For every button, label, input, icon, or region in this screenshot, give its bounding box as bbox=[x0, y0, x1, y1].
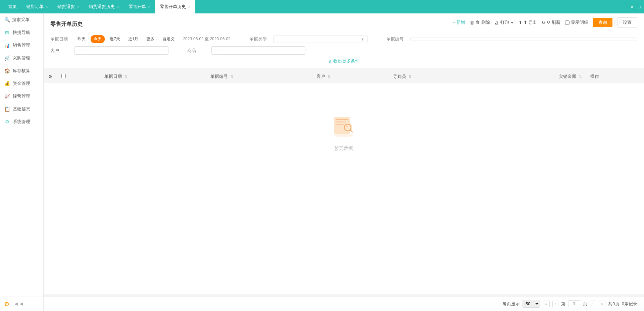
sort-number-icon[interactable]: ⇅ bbox=[230, 74, 233, 79]
table-settings-icon[interactable]: ⚙ bbox=[48, 74, 52, 79]
empty-state-row: 暂无数据 bbox=[44, 83, 644, 179]
col-date[interactable]: 单据日期 ⇅ bbox=[100, 70, 206, 83]
goods-filter-input[interactable]: ··· bbox=[211, 46, 305, 55]
svg-rect-2 bbox=[336, 119, 348, 120]
col-customer-label: 客户 bbox=[316, 74, 325, 79]
show-detail-label: 显示明细 bbox=[571, 19, 588, 25]
sidebar-item-finance[interactable]: 💰 资金管理 bbox=[0, 77, 43, 90]
col-settings[interactable]: ⚙ bbox=[44, 70, 57, 83]
page-input[interactable] bbox=[568, 300, 580, 307]
tab-sales-return[interactable]: 销货退货 × bbox=[53, 0, 84, 13]
type-filter-label: 单据类型 bbox=[249, 36, 268, 42]
sidebar-item-label: 库存核算 bbox=[13, 68, 30, 74]
show-detail-checkbox[interactable]: 显示明细 bbox=[565, 19, 588, 25]
col-action-label: 操作 bbox=[590, 74, 599, 79]
system-icon: ⚙ bbox=[4, 119, 10, 125]
customer-input-dots: ··· bbox=[78, 48, 83, 53]
col-amount[interactable]: 实销金额 ⇅ bbox=[480, 70, 586, 83]
print-icon: 🖨 bbox=[495, 20, 499, 25]
tab-sales-return-history[interactable]: 销货退货历史 × bbox=[84, 0, 124, 13]
sidebar-item-system[interactable]: ⚙ 系统管理 bbox=[0, 115, 43, 128]
delete-button[interactable]: 🗑 🗑 删除 bbox=[470, 19, 490, 25]
sort-salesperson-icon[interactable]: ⇅ bbox=[408, 74, 411, 79]
col-date-label: 单据日期 bbox=[104, 74, 122, 79]
date-btn-yesterday[interactable]: 昨天 bbox=[75, 35, 89, 43]
settings-button[interactable]: 设置 bbox=[617, 17, 637, 28]
tab-retail-history[interactable]: 零售开单历史 × bbox=[155, 0, 195, 13]
sidebar-item-label: 采购管理 bbox=[13, 55, 30, 61]
svg-rect-4 bbox=[336, 124, 344, 125]
sidebar-item-operations[interactable]: 📈 经营管理 bbox=[0, 90, 43, 103]
sort-amount-icon[interactable]: ⇅ bbox=[579, 74, 582, 79]
tab-home-label: 首页 bbox=[8, 4, 17, 10]
col-number[interactable]: 单据编号 ⇅ bbox=[206, 70, 312, 83]
sort-customer-icon[interactable]: ⇅ bbox=[328, 74, 331, 79]
sidebar-settings-icon[interactable]: ⚙ bbox=[4, 300, 9, 308]
tab-sales-order-label: 销售订单 bbox=[26, 4, 44, 10]
refresh-button[interactable]: ↻ ↻ 刷新 bbox=[542, 19, 560, 25]
export-button[interactable]: ⬆ ⬆ 导出 bbox=[518, 19, 537, 25]
date-btn-7days[interactable]: 近7天 bbox=[107, 35, 123, 43]
print-button[interactable]: 🖨 打印 ▼ bbox=[495, 19, 514, 25]
collapse-button[interactable]: ∧ 收起更多条件 bbox=[329, 58, 359, 64]
col-salesperson[interactable]: 导购员 ⇅ bbox=[389, 70, 480, 83]
customer-filter-input[interactable]: ··· bbox=[75, 46, 168, 55]
toolbar: + 新增 🗑 🗑 删除 🖨 打印 ▼ ⬆ ⬆ 导出 ↻ ↻ 刷新 bbox=[453, 17, 637, 31]
customer-filter-label: 客户 bbox=[50, 48, 69, 54]
sidebar-search[interactable]: 🔍 搜索采单 bbox=[0, 13, 43, 26]
first-page-button[interactable]: « bbox=[543, 301, 550, 307]
add-button[interactable]: + 新增 bbox=[453, 19, 465, 25]
tab-home[interactable]: 首页 bbox=[3, 0, 21, 13]
sidebar-item-sales-mgmt[interactable]: 📊 销售管理 bbox=[0, 39, 43, 52]
sales-mgmt-icon: 📊 bbox=[4, 42, 10, 48]
close-icon[interactable]: × bbox=[77, 4, 79, 9]
refresh-icon: ↻ bbox=[542, 20, 545, 25]
page-label: 第 bbox=[561, 301, 565, 307]
sidebar-item-inventory[interactable]: 🏠 库存核算 bbox=[0, 64, 43, 77]
type-filter-select[interactable]: ▼ bbox=[274, 36, 367, 43]
sidebar-item-quick-nav[interactable]: ⊞ 快捷导航 bbox=[0, 26, 43, 39]
date-btn-1month[interactable]: 近1月 bbox=[125, 35, 142, 43]
window-restore-btn[interactable]: □ bbox=[638, 4, 641, 9]
date-btn-more[interactable]: 更多 bbox=[143, 35, 157, 43]
select-all-checkbox[interactable] bbox=[61, 74, 66, 78]
tab-retail-open-label: 零售开单 bbox=[129, 4, 146, 10]
col-salesperson-label: 导购员 bbox=[393, 74, 406, 79]
empty-text: 暂无数据 bbox=[334, 146, 353, 152]
date-btn-custom[interactable]: 自定义 bbox=[159, 35, 178, 43]
close-icon[interactable]: × bbox=[148, 4, 150, 9]
show-detail-input[interactable] bbox=[565, 20, 569, 25]
close-icon[interactable]: × bbox=[46, 4, 48, 9]
sort-date-icon[interactable]: ⇅ bbox=[124, 74, 127, 79]
query-button[interactable]: 查询 bbox=[593, 18, 612, 27]
quick-nav-icon: ⊞ bbox=[4, 30, 10, 36]
export-icon: ⬆ bbox=[518, 20, 522, 25]
pagination-bar: 每页显示 50 10 20 100 « ‹ 第 页 › » 共0页, 0条记录 bbox=[44, 296, 644, 311]
export-label: ⬆ 导出 bbox=[524, 19, 537, 25]
page-title: 零售开单历史 bbox=[50, 21, 83, 28]
purchase-mgmt-icon: 🛒 bbox=[4, 55, 10, 61]
search-icon: 🔍 bbox=[4, 17, 10, 23]
date-btn-today[interactable]: 今天 bbox=[91, 35, 105, 43]
close-tab-icon[interactable]: × bbox=[188, 4, 190, 9]
sidebar-item-purchase-mgmt[interactable]: 🛒 采购管理 bbox=[0, 52, 43, 64]
col-customer[interactable]: 客户 ⇅ bbox=[312, 70, 389, 83]
tab-sales-order[interactable]: 销售订单 × bbox=[21, 0, 53, 13]
per-page-select[interactable]: 50 10 20 100 bbox=[523, 300, 540, 308]
sidebar-bottom: ⚙ ◄◄ bbox=[0, 297, 43, 311]
prev-page-button[interactable]: ‹ bbox=[552, 301, 558, 307]
inventory-icon: 🏠 bbox=[4, 68, 10, 74]
number-filter-input[interactable] bbox=[410, 38, 637, 41]
tab-retail-open[interactable]: 零售开单 × bbox=[124, 0, 155, 13]
sidebar-item-basic-info[interactable]: 📋 基础信息 bbox=[0, 103, 43, 115]
sidebar-collapse-icon[interactable]: ◄◄ bbox=[13, 301, 24, 307]
close-icon[interactable]: × bbox=[117, 4, 119, 9]
sidebar-item-label: 资金管理 bbox=[13, 81, 30, 87]
window-close-btn[interactable]: × bbox=[631, 4, 634, 9]
sidebar-item-label: 快捷导航 bbox=[13, 30, 30, 36]
empty-state: 暂无数据 bbox=[44, 83, 644, 178]
sidebar: 🔍 搜索采单 ⊞ 快捷导航 📊 销售管理 🛒 采购管理 🏠 库存核算 💰 资金管… bbox=[0, 13, 44, 311]
last-page-button[interactable]: » bbox=[599, 301, 606, 307]
print-chevron-icon: ▼ bbox=[510, 21, 514, 24]
next-page-button[interactable]: › bbox=[590, 301, 596, 307]
